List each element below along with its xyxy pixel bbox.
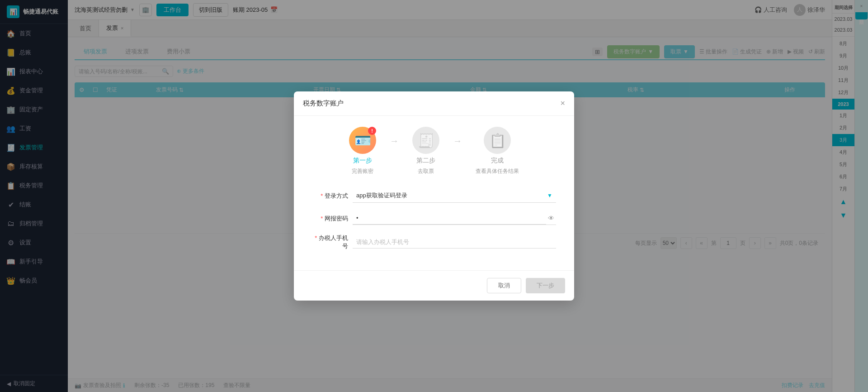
step2-label: 第二步 [416,157,435,165]
phone-label: 办税人手机号 [312,234,348,250]
step2-desc: 去取票 [418,167,434,175]
step3-label: 完成 [491,157,504,165]
modal-close-button[interactable]: × [560,99,565,108]
next-button[interactable]: 下一步 [526,278,565,293]
login-method-select[interactable]: app获取验证码登录 ▼ [353,189,556,203]
login-method-value: app获取验证码登录 [356,191,407,200]
modal-header: 税务数字账户 × [294,91,574,116]
step2-icon: 🧾 [418,133,434,148]
eye-toggle-icon[interactable]: 👁 [546,215,556,222]
step3-icon-wrap: 📋 [484,127,511,154]
step-arrow-2: → [439,127,476,146]
password-input-wrap: 👁 [353,212,556,225]
password-label: 网报密码 [312,215,348,223]
step-2: 🧾 第二步 去取票 [412,127,439,175]
modal-overlay: 税务数字账户 × 🪪 ! 第一步 完善账密 → 🧾 [0,0,868,392]
modal-footer: 取消 下一步 [294,270,574,301]
step1-icon: 🪪 [354,133,371,148]
login-method-arrow: ▼ [547,192,552,199]
step3-icon: 📋 [489,133,506,148]
step-1: 🪪 ! 第一步 完善账密 [349,127,376,175]
step1-badge: ! [368,127,376,135]
steps-container: 🪪 ! 第一步 完善账密 → 🧾 第二步 去取票 → [312,127,556,175]
step3-desc: 查看具体任务结果 [476,167,519,175]
tax-account-modal: 税务数字账户 × 🪪 ! 第一步 完善账密 → 🧾 [294,91,574,301]
phone-row: 办税人手机号 [312,234,556,250]
cancel-button[interactable]: 取消 [487,278,521,293]
modal-body: 🪪 ! 第一步 完善账密 → 🧾 第二步 去取票 → [294,116,574,270]
step-arrow-1: → [376,127,412,146]
step1-icon-wrap: 🪪 ! [349,127,376,154]
login-method-row: 登录方式 app获取验证码登录 ▼ [312,189,556,203]
step-3: 📋 完成 查看具体任务结果 [476,127,519,175]
step1-label: 第一步 [353,157,372,165]
modal-title: 税务数字账户 [303,99,344,108]
step1-desc: 完善账密 [352,167,373,175]
phone-input[interactable] [353,236,556,249]
password-input[interactable] [353,212,546,225]
password-row: 网报密码 👁 [312,212,556,225]
step2-icon-wrap: 🧾 [412,127,439,154]
login-method-label: 登录方式 [312,192,348,200]
